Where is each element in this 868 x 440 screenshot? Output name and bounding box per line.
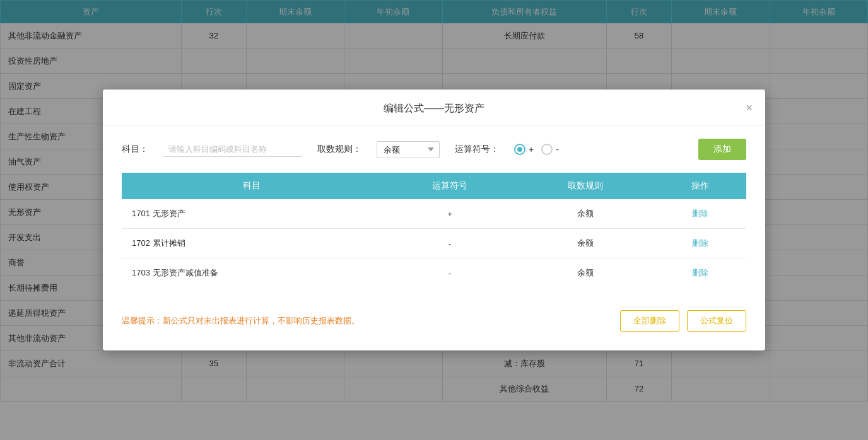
modal-footer: 温馨提示：新公式只对未出报表进行计算，不影响历史报表数据。 全部删除 公式复位 [103, 300, 765, 332]
delete-all-button[interactable]: 全部删除 [620, 310, 679, 332]
operator-minus-radio-circle [541, 144, 553, 155]
formula-operator: - [382, 229, 517, 258]
add-button[interactable]: 添加 [698, 139, 746, 160]
formula-table-row: 1703 无形资产减值准备 - 余额 删除 [122, 258, 746, 288]
delete-link[interactable]: 删除 [692, 268, 708, 277]
formula-action[interactable]: 删除 [654, 258, 746, 288]
operator-plus-radio[interactable]: + [514, 144, 534, 155]
formula-form-row: 科目： 取数规则： 余额借方贷方借方累计贷方累计 运算符号： + - 添加 [103, 126, 765, 173]
operator-radio-group: + - [514, 144, 559, 155]
rule-select[interactable]: 余额借方贷方借方累计贷方累计 [377, 141, 440, 158]
formula-action[interactable]: 删除 [654, 229, 746, 258]
formula-table-wrap: 科目 运算符号 取数规则 操作 1701 无形资产 + 余额 删除 1702 累… [103, 173, 765, 287]
formula-rule: 余额 [518, 258, 654, 288]
delete-link[interactable]: 删除 [692, 209, 708, 218]
footer-buttons: 全部删除 公式复位 [620, 310, 746, 332]
formula-action[interactable]: 删除 [654, 199, 746, 229]
formula-subject: 1702 累计摊销 [122, 229, 382, 258]
operator-plus-label: + [529, 144, 534, 154]
formula-table-row: 1701 无形资产 + 余额 删除 [122, 199, 746, 229]
formula-rule: 余额 [518, 229, 654, 258]
formula-operator: - [382, 258, 517, 288]
subject-label: 科目： [122, 144, 148, 155]
formula-table-row: 1702 累计摊销 - 余额 删除 [122, 229, 746, 258]
th-subject: 科目 [122, 173, 382, 199]
modal-header: 编辑公式——无形资产 × [103, 90, 765, 126]
th-operator: 运算符号 [382, 173, 517, 199]
footer-hint: 温馨提示：新公式只对未出报表进行计算，不影响历史报表数据。 [122, 315, 360, 327]
th-rule: 取数规则 [518, 173, 654, 199]
operator-minus-radio[interactable]: - [541, 144, 559, 155]
subject-input[interactable] [163, 142, 302, 157]
operator-minus-label: - [556, 144, 559, 154]
th-action: 操作 [654, 173, 746, 199]
edit-formula-modal: 编辑公式——无形资产 × 科目： 取数规则： 余额借方贷方借方累计贷方累计 运算… [103, 90, 765, 350]
delete-link[interactable]: 删除 [692, 238, 708, 248]
formula-rule: 余额 [518, 199, 654, 229]
reset-formula-button[interactable]: 公式复位 [687, 310, 746, 332]
formula-table-header-row: 科目 运算符号 取数规则 操作 [122, 173, 746, 199]
operator-label: 运算符号： [455, 144, 499, 155]
modal-title: 编辑公式——无形资产 [384, 102, 484, 115]
formula-table: 科目 运算符号 取数规则 操作 1701 无形资产 + 余额 删除 1702 累… [122, 173, 746, 287]
modal-close-button[interactable]: × [746, 102, 753, 113]
operator-plus-radio-circle [514, 144, 525, 155]
formula-subject: 1701 无形资产 [122, 199, 382, 229]
formula-operator: + [382, 199, 517, 229]
formula-subject: 1703 无形资产减值准备 [122, 258, 382, 288]
rule-label: 取数规则： [317, 144, 361, 155]
